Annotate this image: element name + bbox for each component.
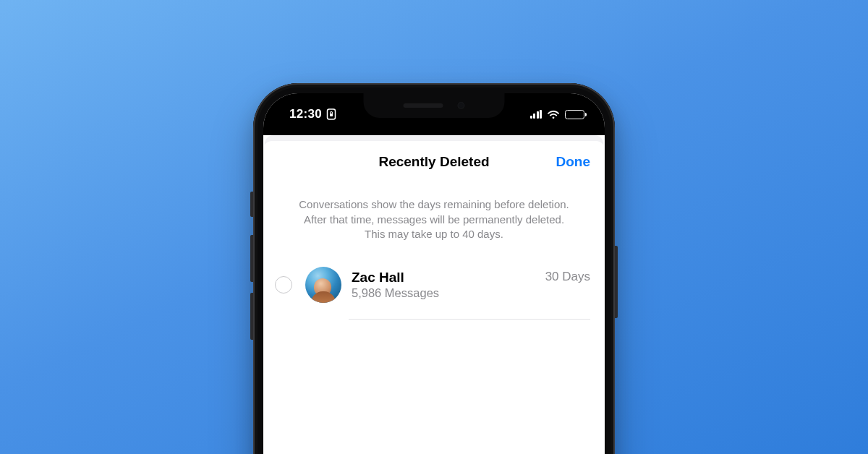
conversation-text: Zac Hall 5,986 Messages <box>352 270 538 301</box>
mute-switch <box>250 192 253 217</box>
volume-up-button <box>250 235 253 282</box>
rotation-lock-icon <box>326 108 336 120</box>
svg-rect-1 <box>330 113 333 116</box>
done-button[interactable]: Done <box>556 154 591 170</box>
contact-avatar <box>305 267 341 303</box>
front-camera <box>458 102 465 109</box>
status-time: 12:30 <box>289 107 322 121</box>
message-count: 5,986 Messages <box>352 286 538 300</box>
days-remaining: 30 Days <box>545 270 590 284</box>
cellular-signal-icon <box>530 110 542 119</box>
volume-down-button <box>250 293 253 340</box>
select-circle[interactable] <box>275 276 292 294</box>
phone-screen: 12:30 <box>263 93 605 454</box>
battery-icon <box>565 110 584 119</box>
earpiece-speaker <box>404 103 443 108</box>
phone-frame: 12:30 <box>253 83 615 454</box>
sheet-nav-bar: Recently Deleted Done <box>263 141 605 177</box>
row-divider <box>349 319 590 320</box>
contact-name: Zac Hall <box>352 270 538 286</box>
recently-deleted-sheet: Recently Deleted Done Conversations show… <box>263 141 605 454</box>
side-button <box>615 246 618 318</box>
app-content: Recently Deleted Done Conversations show… <box>263 135 605 454</box>
sheet-description: Conversations show the days remaining be… <box>263 177 605 261</box>
sheet-title: Recently Deleted <box>378 154 489 170</box>
display-notch <box>364 93 505 118</box>
wifi-icon <box>547 110 560 119</box>
conversation-row[interactable]: Zac Hall 5,986 Messages 30 Days <box>263 261 605 313</box>
